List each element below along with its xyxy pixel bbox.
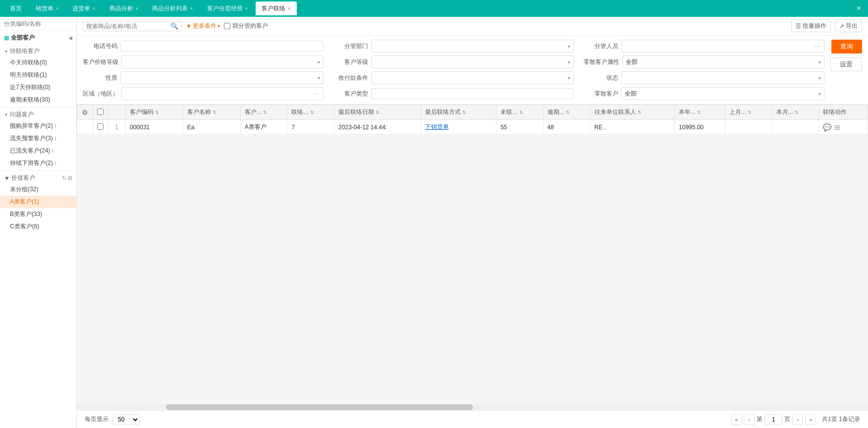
sidebar-item-a-class[interactable]: A类客户(1) [0,196,76,208]
sidebar-item-declining[interactable]: 持续下滑客户(2) ℹ [0,157,76,169]
last-page-button[interactable]: » [805,414,816,425]
row-checkbox[interactable] [97,123,104,130]
filter-search-input[interactable] [86,23,168,30]
nav-goods-analysis-list[interactable]: 商品分析列表 × [146,1,199,15]
current-page-input[interactable] [764,414,782,425]
page-size-select[interactable]: 50 10 20 100 [112,414,140,425]
nav-sales[interactable]: 销货单 × [30,1,64,15]
cust-type-input[interactable] [371,88,574,99]
last-contact-method-col-header: 最后联络方式 ⇅ [421,105,496,120]
sidebar-item-b-class[interactable]: B类客户(33) [0,208,76,220]
nav-goods-analysis[interactable]: 商品分析 × [104,1,144,15]
all-customers-header[interactable]: ⊞ 全部客户 ◀ [0,31,76,45]
filter-search-icon[interactable]: 🔍 [170,22,178,30]
sidebar-item-today[interactable]: 今天待联络(0) [0,56,76,69]
sort-icon-overdue[interactable]: ⇅ [566,110,570,115]
close-customer-contact-icon[interactable]: × [287,5,290,11]
sidebar-item-ungrouped[interactable]: 未分组(32) [0,183,76,196]
sidebar-item-churn-warning[interactable]: 流失预警客户(3) ℹ [0,132,76,145]
batch-op-button[interactable]: ☰ 批量操作 [791,20,831,32]
export-button[interactable]: ↗ 导出 [835,20,862,32]
settings-button[interactable]: 设置 [830,57,862,71]
select-all-checkbox[interactable] [97,108,104,115]
my-customer-checkbox[interactable] [224,23,230,29]
refresh-icon[interactable]: ↻ [62,175,66,181]
qr-icon[interactable]: ⊞ [834,123,840,131]
nav-home[interactable]: 首页 [4,1,28,15]
close-purchase-icon[interactable]: × [92,5,95,11]
table-config-icon[interactable]: ⚙ [82,108,88,116]
close-goods-analysis-icon[interactable]: × [135,5,138,11]
dept-select[interactable]: ▾ [371,40,574,53]
region-label: 区域（地区） [83,90,118,98]
problem-customer-group[interactable]: ▼ 问题客户 [0,108,76,120]
last-contact-date-label: 最后联络日期 [338,108,374,115]
status-label: 状态 [584,74,618,82]
tri-value-icon[interactable]: ▼ [4,175,10,182]
sidebar-search-input[interactable] [4,20,77,27]
sidebar-item-abnormal[interactable]: 囤购异常客户(2) ℹ [0,120,76,132]
horizontal-scroll-thumb[interactable] [166,404,473,410]
sidebar-item-c-class[interactable]: C类客户(6) [0,220,76,233]
sort-icon-type[interactable]: ⇅ [263,110,267,115]
retail-arrow: ▾ [818,91,821,97]
content-area: 🔍 ▼ 更多条件 ▾ 我分管的客户 ☰ 批量操作 ↗ 导出 [77,17,868,428]
sidebar-item-churned[interactable]: 已流失客户(24) ℹ [0,145,76,157]
phone-input[interactable] [120,41,324,52]
last-contact-method-value[interactable]: 下销货单 [425,123,449,130]
sort-icon-name[interactable]: ⇅ [213,110,217,115]
filter-icon: ▼ [186,23,192,30]
sort-icon-last-month[interactable]: ⇅ [748,110,752,115]
pending-contact-group[interactable]: ▼ 待联络客户 [0,45,76,56]
sort-icon-code[interactable]: ⇅ [155,110,159,115]
sort-icon-this-year[interactable]: ⇅ [697,110,701,115]
sort-icon-date[interactable]: ⇅ [376,110,380,115]
customer-type-value: A类客户 [245,123,267,130]
sidebar-item-tomorrow[interactable]: 明天待联络(1) [0,69,76,81]
next-page-button[interactable]: › [792,414,803,425]
pending-contact-label: 待联络客户 [10,47,40,55]
sidebar-item-7days[interactable]: 近7天待联络(0) [0,81,76,94]
actions-col-header: 联络动作 [819,105,868,120]
retail-attr-select[interactable]: 全部 ▾ [622,55,824,68]
info-icon-1: ℹ [54,123,56,129]
prev-page-button[interactable]: ‹ [744,414,755,425]
horizontal-scrollbar[interactable] [77,404,868,410]
status-select[interactable]: ▾ [621,71,824,84]
sort-icon-method[interactable]: ⇅ [462,110,466,115]
add-icon[interactable]: ⊞ [68,175,72,181]
nature-select[interactable]: ▾ [120,71,324,84]
sidebar-item-overdue[interactable]: 逾期未联络(30) [0,94,76,106]
this-month-col-header: 本月... ⇅ [772,105,819,120]
value-customer-group: ▼ 价值客户 ↻ ⊞ [0,172,76,183]
nav-customer-contact[interactable]: 客户联络 × [256,1,296,15]
filter-toolbar: 🔍 ▼ 更多条件 ▾ 我分管的客户 ☰ 批量操作 ↗ 导出 [77,17,868,36]
region-select[interactable]: ··· [121,87,324,100]
more-filter-button[interactable]: ▼ 更多条件 ▾ [186,22,220,30]
close-all-button[interactable]: × [854,3,864,14]
row-checkbox-cell [93,120,108,135]
close-goods-analysis-list-icon[interactable]: × [190,5,193,11]
retail-select[interactable]: 全部 ▾ [621,87,824,100]
customer-table: ⚙ 客户编码 ⇅ 客户名称 ⇅ [77,105,868,135]
sort-icon-contact[interactable]: ⇅ [310,110,314,115]
first-page-button[interactable]: « [731,414,742,425]
nav-purchase[interactable]: 进货单 × [66,1,101,15]
nav-customer-tier[interactable]: 客户分层经营 × [201,1,254,15]
close-customer-tier-icon[interactable]: × [245,5,248,11]
sort-icon-unit-contact[interactable]: ⇅ [638,110,642,115]
query-button[interactable]: 查询 [831,40,862,54]
customer-level-select[interactable]: ▾ [371,55,574,68]
unit-contact-cell: RE . [590,120,675,135]
chat-icon[interactable]: 💬 [823,123,831,131]
sort-icon-no-contact[interactable]: ⇅ [519,110,523,115]
person-select[interactable]: ··· [621,40,824,53]
close-sales-icon[interactable]: × [55,5,58,11]
sort-icon-this-month[interactable]: ⇅ [795,110,799,115]
row-number: 1 [115,124,118,131]
this-year-label: 本年... [679,108,696,115]
my-customer-checkbox-area[interactable]: 我分管的客户 [224,22,268,30]
customer-type-header-label: 客户... [245,108,262,115]
price-level-select[interactable]: ▾ [121,55,324,68]
payment-select[interactable]: ▾ [371,71,574,84]
